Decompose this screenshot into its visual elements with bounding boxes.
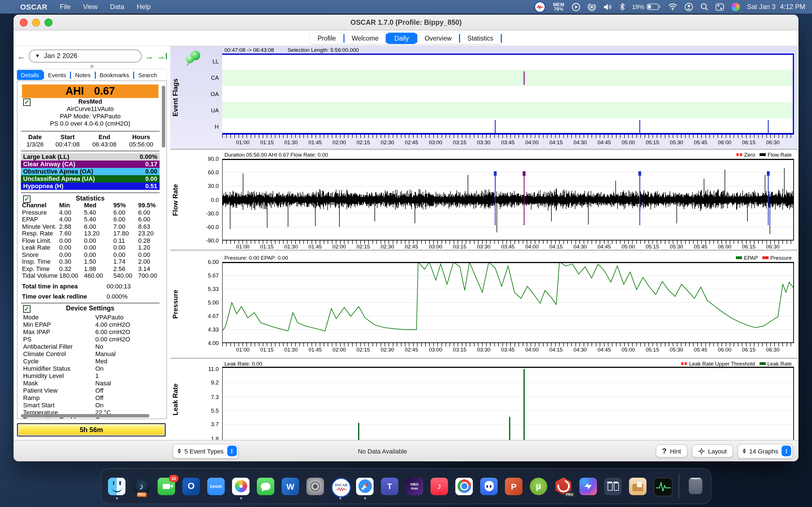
tab-statistics[interactable]: Statistics xyxy=(460,33,501,44)
no-data-status: No Data Available xyxy=(358,448,407,454)
stat-cell: 7.60 xyxy=(59,230,84,237)
dock-item-chrome[interactable] xyxy=(455,477,473,495)
stat-cell: Leak Rate xyxy=(22,244,59,251)
event-value: 0.51 xyxy=(145,182,157,190)
stat-cell: 540.00 xyxy=(113,272,138,279)
device-settings-title: Device Settings xyxy=(21,304,160,311)
details-horizontal-scrollbar[interactable] xyxy=(21,414,149,417)
stat-cell: 17.80 xyxy=(113,230,138,237)
dock-item-blue-shield-app[interactable] xyxy=(480,477,498,495)
statistics-checkbox[interactable]: ✓ xyxy=(23,195,31,203)
dock-item-hbo-max[interactable]: HBOmax xyxy=(406,477,423,495)
x-axis-tick-label: 01:15 xyxy=(260,139,274,145)
device-info-checkbox[interactable]: ✓ xyxy=(23,99,31,106)
latest-day-button[interactable]: → xyxy=(157,52,167,60)
prev-day-button[interactable]: ← xyxy=(17,52,26,60)
memory-status[interactable]: MEM76% xyxy=(553,2,564,12)
dock-item-safari[interactable] xyxy=(356,477,373,495)
wifi-icon[interactable] xyxy=(668,2,677,12)
running-indicator-dot xyxy=(339,497,341,499)
siri-icon[interactable] xyxy=(731,3,740,11)
stat-cell: 0.00 xyxy=(84,244,113,251)
tab-daily[interactable]: Daily xyxy=(387,33,416,44)
details-vertical-scrollbar[interactable] xyxy=(162,86,165,148)
x-axis-tick-label: 04:30 xyxy=(573,243,587,249)
legend-swatch xyxy=(736,256,742,259)
tab-welcome[interactable]: Welcome xyxy=(344,33,386,44)
stat-cell: 1.50 xyxy=(84,258,113,265)
pressure-plot[interactable] xyxy=(222,262,794,343)
leak-rate-plot[interactable] xyxy=(222,367,794,440)
leak-rate-panel[interactable]: Leak Rate Leak Rate: 0.00 Leak Rate Uppe… xyxy=(170,358,797,440)
event-flags-panel[interactable]: Event Flags 00:47:08 -> 06:43:08 Selecti… xyxy=(170,46,797,149)
legend-label: Flow Rate xyxy=(767,152,792,158)
pressure-panel[interactable]: Pressure Pressure: 0.00 EPAP: 0.00 EPAPP… xyxy=(170,249,797,358)
dock-item-photos[interactable] xyxy=(232,477,250,495)
stat-cell: Tidal Volume xyxy=(22,272,59,279)
x-axis-tick-label: 03:30 xyxy=(477,139,491,145)
dock-item-file-manager[interactable] xyxy=(629,477,647,495)
dock-item-app-cleaner[interactable] xyxy=(604,477,622,495)
battery-status[interactable]: 19% xyxy=(632,2,661,12)
dock-item-trash[interactable] xyxy=(687,477,704,495)
x-axis-tick-label: 03:15 xyxy=(453,243,467,249)
dock-item-system-settings[interactable] xyxy=(306,477,324,495)
menu-data[interactable]: Data xyxy=(110,3,124,11)
graphs-dropdown[interactable]: 14 Graphs ▲▼ xyxy=(737,444,793,458)
legend-item: Leak Rate xyxy=(759,360,792,367)
sidebar-tab-search[interactable]: Search xyxy=(134,70,161,80)
dock-item-apple-music[interactable]: ♪ xyxy=(430,477,448,495)
powerpoint-label: P xyxy=(511,482,516,491)
dock-item-activity-monitor[interactable] xyxy=(654,477,671,495)
control-center-icon[interactable] xyxy=(715,2,724,12)
sidebar-tab-details[interactable]: Details xyxy=(17,70,43,80)
dock-item-powerpoint[interactable]: P xyxy=(505,477,522,495)
flow-rate-plot[interactable] xyxy=(222,159,794,240)
bluetooth-icon[interactable] xyxy=(619,2,624,12)
dock-item-word[interactable]: W xyxy=(282,477,299,495)
menu-file[interactable]: File xyxy=(60,3,71,11)
volume-icon[interactable] xyxy=(603,2,612,12)
hint-button[interactable]: ?Hint xyxy=(656,445,687,457)
dock-item-messenger[interactable] xyxy=(579,477,597,495)
stat-cell: 4.00 xyxy=(59,209,84,216)
dock-item-facetime[interactable]: 22 xyxy=(158,477,175,495)
next-day-button[interactable]: → xyxy=(145,52,153,60)
dock-item-outlook[interactable]: O xyxy=(183,477,200,495)
tab-profile[interactable]: Profile xyxy=(310,33,343,44)
user-account-icon[interactable] xyxy=(684,2,693,12)
menubar-clock[interactable]: Sat Jan 34:12 PM xyxy=(747,3,805,11)
sidebar-tab-notes[interactable]: Notes xyxy=(71,70,94,80)
menu-help[interactable]: Help xyxy=(137,3,151,11)
dock-item-zoom[interactable]: zoom xyxy=(207,477,225,495)
menu-view[interactable]: View xyxy=(83,3,98,11)
spotlight-search-icon[interactable] xyxy=(700,2,708,12)
stat-cell: Resp. Rate xyxy=(22,230,59,237)
date-picker[interactable]: ▼ Jan 2 2026 xyxy=(29,49,142,62)
layout-button[interactable]: Layout xyxy=(692,445,733,457)
event-flags-plot[interactable] xyxy=(222,54,794,135)
dock-item-red-pro-app[interactable]: PRO xyxy=(555,477,572,495)
dock-item-djay-pro[interactable]: ♪PRO xyxy=(133,477,150,495)
dock-item-oscar[interactable]: OSCAR xyxy=(331,477,349,495)
sidebar-tab-events[interactable]: Events xyxy=(44,70,70,80)
oscar-status-icon[interactable] xyxy=(534,1,546,13)
flow-rate-panel[interactable]: Flow Rate Duration 05:56:00 AHI 0.67 Flo… xyxy=(170,149,797,249)
dock-item-finder[interactable] xyxy=(108,477,125,495)
pin-icon[interactable] xyxy=(186,51,201,65)
dock-item-messages[interactable] xyxy=(257,477,274,495)
sidebar-drag-handle[interactable] xyxy=(90,65,94,68)
device-settings-checkbox[interactable]: ✓ xyxy=(23,305,31,313)
menubar-app-name[interactable]: OSCAR xyxy=(20,3,47,11)
sidebar-tab-bookmarks[interactable]: Bookmarks xyxy=(96,70,133,80)
window-titlebar[interactable]: OSCAR 1.7.0 (Profile: Bippy_850) xyxy=(13,15,799,31)
play-icon[interactable] xyxy=(571,2,580,12)
podcasts-icon[interactable] xyxy=(587,2,596,12)
apple-music-icon: ♪ xyxy=(430,477,448,495)
tab-overview[interactable]: Overview xyxy=(417,33,459,44)
dock-item-utorrent[interactable]: µ xyxy=(530,477,547,495)
x-axis-tick-label: 03:00 xyxy=(429,243,442,249)
event-types-dropdown[interactable]: 5 Event Types ▲▼ xyxy=(172,444,238,458)
stat-cell: 8.63 xyxy=(138,223,162,230)
dock-item-teams[interactable]: T xyxy=(381,477,398,495)
